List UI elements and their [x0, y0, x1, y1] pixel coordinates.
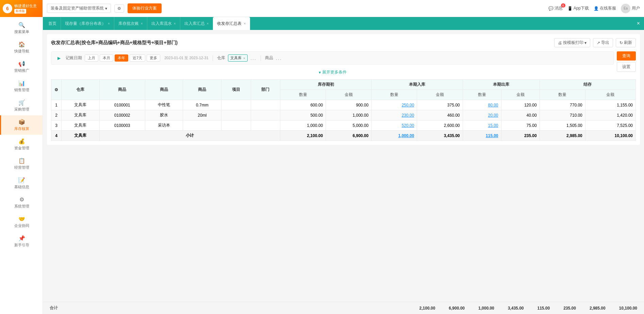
date-buttons: 上月 本月 本年 近7天 更多: [85, 54, 160, 62]
operations-icon: 📋: [18, 158, 25, 164]
sidebar-item-quick_nav[interactable]: 🏠快捷导航: [0, 38, 43, 57]
sidebar-item-system[interactable]: ⚙系统管理: [0, 193, 43, 212]
close-tab-inout-summary[interactable]: ×: [207, 22, 209, 26]
tab-inventory-dist[interactable]: 现存量（库存分布表） ×: [61, 17, 114, 30]
col-in-amt: 金额: [417, 90, 463, 100]
col-header-project: 项目: [221, 80, 251, 100]
export-button[interactable]: ↗ 导出: [593, 38, 613, 47]
try-industry-button[interactable]: 体验行业方案: [128, 3, 162, 13]
sidebar-item-inventory[interactable]: 📦库存核算: [0, 115, 43, 135]
close-tab-inventory-dist[interactable]: ×: [108, 22, 110, 26]
row-out-qty[interactable]: 80.00: [463, 100, 501, 110]
date-btn-this-year[interactable]: 本年: [115, 54, 128, 62]
sidebar-item-newbie[interactable]: 📌新手引导: [0, 232, 43, 251]
print-button[interactable]: 🖨 按模板打印 ▾: [554, 38, 590, 47]
remove-warehouse-tag[interactable]: ×: [243, 56, 245, 60]
row-opening-qty: 1,000.00: [280, 120, 326, 131]
row-opening-qty: 500.00: [280, 110, 326, 120]
date-btn-7days[interactable]: 近7天: [130, 54, 145, 62]
export-icon: ↗: [597, 40, 600, 45]
expand-conditions[interactable]: ▾ 展开更多条件: [51, 68, 614, 77]
row-closing-amt: 1,155.00: [585, 100, 635, 110]
settings-icon-btn[interactable]: ⚙: [114, 4, 124, 13]
date-btn-this-month[interactable]: 本月: [100, 54, 113, 62]
product-more[interactable]: ...: [276, 55, 282, 61]
sidebar: 6 畅捷通好生意 标准版 🔍搜索菜单🏠快捷导航📢营销推广📊销售管理🛒采购管理📦库…: [0, 0, 43, 314]
row-in-amt: 2,600.00: [417, 120, 463, 131]
query-actions: 查询 设置: [617, 51, 636, 72]
tabs-bar: 首页 现存量（库存分布表） × 库存批次账 × 出入库流水 × 出入库汇总 × …: [43, 17, 644, 30]
date-btn-last-month[interactable]: 上月: [85, 54, 98, 62]
footer-opening-amt: 6,900.00: [449, 306, 465, 311]
footer-opening-qty: 2,100.00: [419, 306, 435, 311]
topbar-actions: 💬 消息 6 📱 App下载 👤 在线客服 Ea 用户: [548, 4, 640, 13]
table-settings-header[interactable]: ⚙: [51, 80, 62, 100]
col-header-out: 本期出库: [463, 80, 540, 90]
row-in-qty[interactable]: 520.00: [371, 120, 417, 131]
sidebar-item-purchase[interactable]: 🛒采购管理: [0, 96, 43, 115]
sidebar-item-sales[interactable]: 📊销售管理: [0, 77, 43, 96]
table-row: 1 文具库 0100001 中性笔 0.7mm 600.00 900.00 25…: [51, 100, 636, 110]
row-in-qty[interactable]: 250.00: [371, 100, 417, 110]
close-tab-recv-send-summary[interactable]: ×: [244, 22, 246, 26]
col-in-qty: 数量: [371, 90, 417, 100]
message-icon: 💬: [548, 6, 554, 11]
product-label: 商品: [265, 55, 273, 61]
col-header-closing: 结存: [540, 80, 635, 90]
filter-toggle[interactable]: ▶: [55, 55, 62, 62]
date-btn-more[interactable]: 更多: [147, 54, 160, 62]
warehouse-more[interactable]: ...: [250, 55, 257, 61]
filter-bar: ▶ 记账日期 上月 本月 本年 近7天 更多 2023-01-01 至 2023…: [51, 51, 614, 65]
tab-inout-summary[interactable]: 出入库汇总 ×: [180, 17, 213, 30]
tab-inout-flow[interactable]: 出入库流水 ×: [147, 17, 180, 30]
close-all-tabs[interactable]: ×: [634, 20, 643, 27]
user-menu[interactable]: Ea 用户: [621, 4, 640, 13]
sidebar-item-enterprise[interactable]: 🤝企业协同: [0, 212, 43, 232]
tab-recv-send-summary[interactable]: 收发存汇总表 ×: [213, 17, 250, 30]
sidebar-item-search[interactable]: 🔍搜索菜单: [0, 18, 43, 38]
messages-action[interactable]: 💬 消息 6: [548, 5, 563, 11]
sidebar-item-basic_info[interactable]: 📝基础信息: [0, 173, 43, 193]
row-in-qty[interactable]: 230.00: [371, 110, 417, 120]
query-button[interactable]: 查询: [617, 51, 636, 61]
dropdown-icon: ▾: [105, 6, 107, 11]
row-product-name: 中性笔: [145, 100, 183, 110]
footer-in-qty: 1,000.00: [478, 306, 494, 311]
sidebar-item-operations[interactable]: 📋经营管理: [0, 154, 43, 173]
row-closing-qty: 1,505.00: [540, 120, 585, 131]
app-download-action[interactable]: 📱 App下载: [567, 5, 589, 11]
search-icon: 🔍: [18, 22, 25, 28]
filter-divider: [213, 55, 213, 61]
row-warehouse: 文具库: [62, 120, 100, 131]
col-header-product-name: 商品: [145, 80, 183, 100]
footer-closing-amt: 10,100.00: [619, 306, 637, 311]
close-tab-batch-ledger[interactable]: ×: [141, 22, 143, 26]
row-out-qty[interactable]: 15.00: [463, 120, 501, 131]
sidebar-item-finance[interactable]: 💰资金管理: [0, 135, 43, 154]
sales-icon: 📊: [18, 80, 25, 86]
row-product-name: 采访本: [145, 120, 183, 131]
refresh-button[interactable]: ↻ 刷新: [616, 38, 636, 47]
expand-icon: ▾: [319, 70, 321, 75]
tab-home[interactable]: 首页: [44, 17, 61, 30]
close-tab-inout-flow[interactable]: ×: [174, 22, 176, 26]
enterprise-icon: 🤝: [18, 216, 25, 222]
online-service-action[interactable]: 👤 在线客服: [594, 5, 616, 11]
row-out-qty[interactable]: 20.00: [463, 110, 501, 120]
footer-out-amt: 235.00: [563, 306, 576, 311]
row-project: [221, 120, 251, 131]
col-opening-qty: 数量: [280, 90, 326, 100]
sidebar-item-marketing[interactable]: 📢营销推广: [0, 57, 43, 77]
footer-total-label: 合计: [50, 305, 58, 311]
row-department: [251, 120, 280, 131]
logo-area: 6 畅捷通好生意 标准版: [0, 0, 43, 17]
page-card: 收发存汇总表(按仓库+商品编码+商品+规格型号+项目+部门) 🖨 按模板打印 ▾…: [47, 34, 640, 145]
filter-settings-button[interactable]: 设置: [617, 62, 636, 72]
row-opening-amt: 1,000.00: [326, 110, 371, 120]
system-select[interactable]: 装备及固定资产辅助管理系统 ▾: [47, 4, 111, 13]
row-product-code: 0100002: [99, 110, 145, 120]
footer-closing-qty: 2,985.00: [590, 306, 606, 311]
tab-batch-ledger[interactable]: 库存批次账 ×: [114, 17, 147, 30]
finance-icon: 💰: [18, 138, 25, 145]
row-no: 3: [51, 120, 62, 131]
